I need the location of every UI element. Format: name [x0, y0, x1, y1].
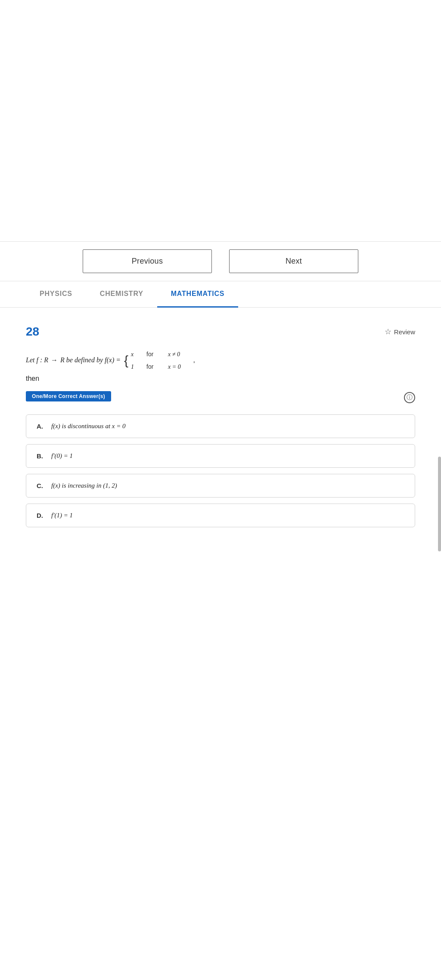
navigation-buttons: Previous Next [0, 241, 441, 281]
badge-row: One/More Correct Answer(s) ⓘ [26, 391, 415, 404]
option-c-label: C. [37, 482, 45, 489]
question-then: then [26, 375, 415, 383]
question-number: 28 [26, 325, 39, 339]
info-icon[interactable]: ⓘ [404, 392, 415, 403]
piecewise-function: { x for x ≠ 0 1 for x = 0 [124, 349, 189, 372]
tab-mathematics[interactable]: MATHEMATICS [157, 281, 239, 308]
options-list: A. f(x) is discontinuous at x = 0 B. f′(… [26, 414, 415, 527]
tab-chemistry[interactable]: CHEMISTRY [86, 281, 157, 308]
option-d-label: D. [37, 512, 45, 519]
question-header: 28 ☆ Review [26, 325, 415, 339]
option-b[interactable]: B. f′(0) = 1 [26, 444, 415, 468]
review-button[interactable]: ☆ Review [385, 327, 415, 336]
star-icon: ☆ [385, 327, 391, 336]
next-button[interactable]: Next [229, 249, 358, 273]
answer-type-badge: One/More Correct Answer(s) [26, 391, 111, 401]
tab-physics[interactable]: PHYSICS [26, 281, 86, 308]
option-d-text: f′(1) = 1 [51, 512, 73, 519]
scrollbar[interactable] [438, 457, 441, 551]
top-spacer [0, 0, 441, 241]
option-d[interactable]: D. f′(1) = 1 [26, 504, 415, 527]
option-a[interactable]: A. f(x) is discontinuous at x = 0 [26, 414, 415, 438]
subject-tabs: PHYSICS CHEMISTRY MATHEMATICS [0, 281, 441, 308]
previous-button[interactable]: Previous [83, 249, 212, 273]
option-a-label: A. [37, 423, 45, 430]
option-b-text: f′(0) = 1 [51, 452, 73, 460]
option-c-text: f(x) is increasing in (1, 2) [51, 482, 117, 489]
option-a-text: f(x) is discontinuous at x = 0 [51, 423, 126, 430]
option-c[interactable]: C. f(x) is increasing in (1, 2) [26, 474, 415, 498]
question-area: 28 ☆ Review Let f : R → R be defined by … [0, 308, 441, 544]
option-b-label: B. [37, 452, 45, 460]
question-text: Let f : R → R be defined by f(x) = { x f… [26, 349, 415, 372]
